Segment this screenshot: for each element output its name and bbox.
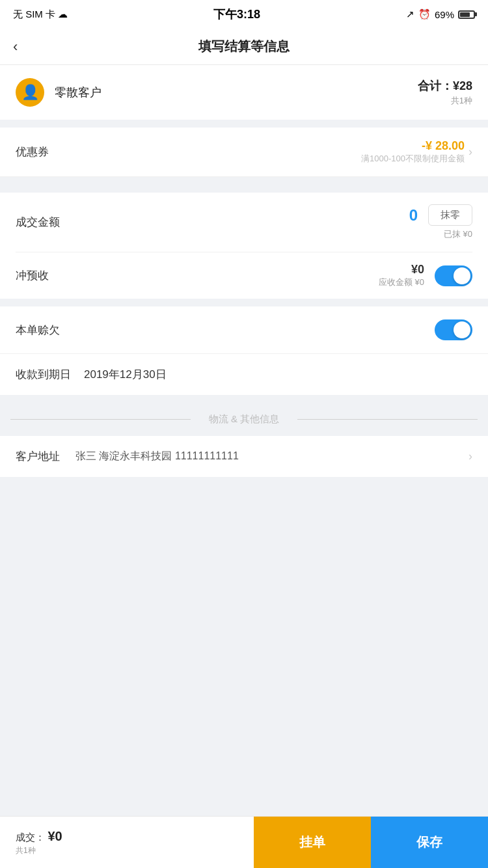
status-right: ↗ ⏰ 69% bbox=[406, 8, 475, 20]
total-amount: 合计：¥28 bbox=[418, 78, 472, 94]
prepay-values: ¥0 应收金额 ¥0 bbox=[379, 263, 424, 288]
address-label: 客户地址 bbox=[16, 449, 60, 464]
coupon-row[interactable]: 优惠券 -¥ 28.00 满1000-100不限制使用金额 › bbox=[0, 128, 488, 177]
divider-line-right bbox=[297, 419, 478, 420]
address-value: 张三 海淀永丰科技园 11111111111 bbox=[75, 450, 468, 463]
divider-line-left bbox=[10, 419, 191, 420]
round-button[interactable]: 抹零 bbox=[428, 204, 472, 226]
nav-bar: ‹ 填写结算等信息 bbox=[0, 29, 488, 65]
prepay-row: 冲预收 ¥0 应收金额 ¥0 bbox=[0, 252, 488, 299]
customer-left: 👤 零散客户 bbox=[16, 78, 102, 107]
battery-icon bbox=[458, 10, 475, 19]
customer-right: 合计：¥28 共1种 bbox=[418, 78, 472, 107]
logistics-label: 物流 & 其他信息 bbox=[209, 413, 279, 426]
coupon-right: -¥ 28.00 满1000-100不限制使用金额 › bbox=[361, 139, 472, 165]
credit-section: 本单赊欠 bbox=[0, 306, 488, 354]
amount-right: 0 抹零 已抹 ¥0 bbox=[409, 204, 472, 240]
coupon-label: 优惠券 bbox=[16, 144, 49, 159]
toggle-knob bbox=[454, 267, 470, 284]
credit-toggle-knob bbox=[454, 321, 470, 338]
logistics-divider: 物流 & 其他信息 bbox=[0, 403, 488, 436]
bottom-spacer bbox=[0, 477, 488, 633]
credit-label: 本单赊欠 bbox=[16, 323, 60, 338]
avatar: 👤 bbox=[16, 78, 44, 107]
total-count: 共1种 bbox=[418, 95, 472, 107]
section-divider-3 bbox=[0, 395, 488, 403]
location-icon: ↗ bbox=[406, 8, 414, 20]
battery-percent: 69% bbox=[435, 9, 454, 20]
status-time: 下午3:18 bbox=[213, 7, 260, 22]
due-date-row: 收款到期日 2019年12月30日 bbox=[0, 354, 488, 395]
bottom-deal-count: 共1种 bbox=[16, 845, 238, 856]
bottom-bar: 成交： ¥0 共1种 挂单 保存 bbox=[0, 816, 488, 868]
amount-input-area: 0 抹零 bbox=[409, 204, 472, 226]
due-date-value[interactable]: 2019年12月30日 bbox=[84, 367, 167, 382]
credit-toggle[interactable] bbox=[435, 319, 472, 340]
transaction-sub: 已抹 ¥0 bbox=[409, 228, 472, 240]
section-divider-2 bbox=[0, 299, 488, 306]
status-left: 无 SIM 卡 ☁ bbox=[13, 8, 68, 21]
section-divider-1 bbox=[0, 185, 488, 193]
transaction-section: 成交金额 0 抹零 已抹 ¥0 bbox=[0, 193, 488, 252]
address-row[interactable]: 客户地址 张三 海淀永丰科技园 11111111111 › bbox=[0, 436, 488, 477]
prepay-sub: 应收金额 ¥0 bbox=[379, 277, 424, 288]
content: 👤 零散客户 合计：¥28 共1种 优惠券 -¥ 28.00 满1000-100… bbox=[0, 65, 488, 698]
save-button[interactable]: 保存 bbox=[371, 817, 488, 868]
chevron-right-icon: › bbox=[468, 145, 472, 159]
coupon-desc: 满1000-100不限制使用金额 bbox=[361, 153, 465, 165]
alarm-icon: ⏰ bbox=[418, 8, 431, 20]
transaction-row: 成交金额 0 抹零 已抹 ¥0 bbox=[16, 193, 472, 252]
prepay-right: ¥0 应收金额 ¥0 bbox=[379, 263, 472, 288]
due-date-label: 收款到期日 bbox=[16, 367, 71, 382]
customer-row: 👤 零散客户 合计：¥28 共1种 bbox=[0, 65, 488, 120]
status-bar: 无 SIM 卡 ☁ 下午3:18 ↗ ⏰ 69% bbox=[0, 0, 488, 29]
bottom-left: 成交： ¥0 共1种 bbox=[0, 817, 254, 868]
prepay-amount: ¥0 bbox=[379, 263, 424, 277]
back-button[interactable]: ‹ bbox=[13, 38, 18, 55]
avatar-icon: 👤 bbox=[21, 84, 39, 101]
prepay-toggle[interactable] bbox=[435, 265, 472, 286]
address-chevron-icon: › bbox=[468, 450, 472, 463]
page-title: 填写结算等信息 bbox=[198, 38, 290, 55]
customer-name: 零散客户 bbox=[55, 85, 102, 100]
signal-text: 无 SIM 卡 ☁ bbox=[13, 8, 68, 21]
bottom-deal-label: 成交： bbox=[16, 832, 45, 843]
coupon-amount: -¥ 28.00 bbox=[361, 139, 465, 153]
coupon-card[interactable]: 优惠券 -¥ 28.00 满1000-100不限制使用金额 › bbox=[0, 128, 488, 177]
pending-button[interactable]: 挂单 bbox=[254, 817, 371, 868]
bottom-deal-amount: ¥0 bbox=[47, 829, 62, 843]
transaction-label: 成交金额 bbox=[16, 215, 60, 230]
transaction-value[interactable]: 0 bbox=[409, 206, 418, 224]
prepay-label: 冲预收 bbox=[16, 268, 49, 283]
customer-card: 👤 零散客户 合计：¥28 共1种 bbox=[0, 65, 488, 120]
